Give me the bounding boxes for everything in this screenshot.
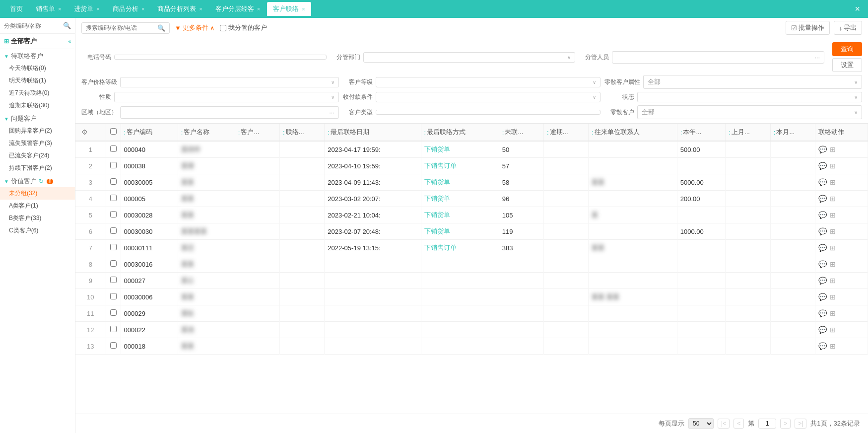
grid-action-icon[interactable]: ⊞ xyxy=(830,342,836,350)
row-action[interactable]: 💬 ⊞ xyxy=(815,305,868,322)
row-checkbox[interactable] xyxy=(110,145,117,152)
filter-search-box[interactable]: 🔍 xyxy=(81,22,170,34)
tab-product-analysis-list[interactable]: 商品分析列表 × xyxy=(151,2,208,16)
gender-input[interactable]: ∨ xyxy=(114,92,339,102)
row-checkbox[interactable] xyxy=(110,309,117,316)
row-action[interactable]: 💬 ⊞ xyxy=(815,273,868,289)
last-method-link[interactable]: 下销售订单 xyxy=(424,162,457,169)
last-method-link[interactable]: 下销货单 xyxy=(424,195,450,202)
row-checkbox[interactable] xyxy=(110,342,117,349)
row-checkbox-cell[interactable] xyxy=(106,240,121,256)
row-last-method[interactable] xyxy=(421,305,499,322)
customer-type-input[interactable] xyxy=(376,110,601,115)
row-last-method[interactable]: 下销售订单 xyxy=(421,158,499,174)
last-method-link[interactable]: 下销货单 xyxy=(424,178,450,186)
row-checkbox-cell[interactable] xyxy=(106,158,121,174)
all-customers-header[interactable]: ⊞ 全部客户 « xyxy=(0,34,75,49)
row-checkbox[interactable] xyxy=(110,178,117,185)
last-page-btn[interactable]: >| xyxy=(795,419,806,429)
row-action[interactable]: 💬 ⊞ xyxy=(815,141,868,158)
sidebar-item-tomorrow-pending[interactable]: 明天待联络(1) xyxy=(0,74,75,87)
row-last-method[interactable]: 下销货单 xyxy=(421,141,499,158)
row-checkbox[interactable] xyxy=(110,211,117,217)
row-checkbox-cell[interactable] xyxy=(106,207,121,223)
payment-input[interactable]: ∨ xyxy=(376,92,601,102)
sidebar-item-declining[interactable]: 持续下滑客户(2) xyxy=(0,162,75,174)
row-checkbox[interactable] xyxy=(110,162,117,168)
chat-icon[interactable]: 💬 xyxy=(818,342,827,350)
chat-icon[interactable]: 💬 xyxy=(818,162,827,170)
row-action[interactable]: 💬 ⊞ xyxy=(815,191,868,207)
row-checkbox-cell[interactable] xyxy=(106,338,121,355)
page-input[interactable] xyxy=(758,419,776,429)
next-page-btn[interactable]: > xyxy=(780,419,791,429)
row-last-method[interactable]: 下销货单 xyxy=(421,207,499,223)
chat-icon[interactable]: 💬 xyxy=(818,309,827,317)
close-product-list-tab[interactable]: × xyxy=(199,2,202,16)
row-last-method[interactable] xyxy=(421,322,499,338)
filter-search-icon[interactable]: 🔍 xyxy=(157,24,165,32)
row-checkbox-cell[interactable] xyxy=(106,305,121,322)
window-close-button[interactable]: × xyxy=(851,4,864,14)
last-method-link[interactable]: 下销售订单 xyxy=(424,244,457,251)
row-last-method[interactable]: 下销货单 xyxy=(421,191,499,207)
sidebar-item-ungrouped[interactable]: 未分组(32) xyxy=(0,187,75,200)
sidebar-item-type-a[interactable]: A类客户(1) xyxy=(0,200,75,212)
close-customer-contact-tab[interactable]: × xyxy=(302,2,305,16)
row-action[interactable]: 💬 ⊞ xyxy=(815,174,868,191)
home-tab[interactable]: 首页 xyxy=(4,2,29,16)
row-checkbox-cell[interactable] xyxy=(106,322,121,338)
sidebar-search-input[interactable] xyxy=(4,22,61,29)
row-checkbox[interactable] xyxy=(110,293,117,299)
sidebar-item-7days-pending[interactable]: 近7天待联络(0) xyxy=(0,87,75,99)
row-last-method[interactable]: 下销货单 xyxy=(421,174,499,191)
select-all-column[interactable] xyxy=(106,124,121,141)
row-checkbox-cell[interactable] xyxy=(106,223,121,240)
chat-icon[interactable]: 💬 xyxy=(818,293,827,301)
status-input[interactable]: ∨ xyxy=(637,92,862,102)
row-action[interactable]: 💬 ⊞ xyxy=(815,158,868,174)
row-action[interactable]: 💬 ⊞ xyxy=(815,207,868,223)
row-last-method[interactable] xyxy=(421,273,499,289)
area-input[interactable]: ··· xyxy=(120,106,339,119)
refresh-icon[interactable]: ↻ xyxy=(39,178,44,185)
first-page-btn[interactable]: |< xyxy=(718,419,730,429)
sidebar-item-type-b[interactable]: B类客户(33) xyxy=(0,212,75,224)
row-checkbox-cell[interactable] xyxy=(106,256,121,273)
sidebar-search-box[interactable]: 🔍 xyxy=(0,18,75,34)
sidebar-item-churn-warning[interactable]: 流失预警客户(3) xyxy=(0,137,75,149)
row-last-method[interactable] xyxy=(421,256,499,273)
close-customer-segment-tab[interactable]: × xyxy=(257,2,260,16)
customer-level-input[interactable]: ∨ xyxy=(376,77,601,87)
person-input[interactable]: ··· xyxy=(612,51,824,64)
row-checkbox-cell[interactable] xyxy=(106,141,121,158)
grid-action-icon[interactable]: ⊞ xyxy=(830,293,836,301)
row-action[interactable]: 💬 ⊞ xyxy=(815,322,868,338)
gear-button[interactable]: ⚙ xyxy=(78,127,91,137)
chat-icon[interactable]: 💬 xyxy=(818,277,827,285)
my-customers-check[interactable] xyxy=(220,25,226,31)
reset-button[interactable]: 设置 xyxy=(832,58,862,72)
grid-action-icon[interactable]: ⊞ xyxy=(830,145,836,153)
prev-page-btn[interactable]: < xyxy=(734,419,744,429)
grid-action-icon[interactable]: ⊞ xyxy=(830,326,836,334)
close-product-analysis-tab[interactable]: × xyxy=(141,2,144,16)
last-method-link[interactable]: 下销货单 xyxy=(424,211,450,218)
select-all-checkbox[interactable] xyxy=(110,128,117,135)
row-action[interactable]: 💬 ⊞ xyxy=(815,256,868,273)
sidebar-search-icon[interactable]: 🔍 xyxy=(63,22,71,29)
sidebar-item-type-c[interactable]: C类客户(6) xyxy=(0,224,75,237)
sidebar-item-today-pending[interactable]: 今天待联络(0) xyxy=(0,62,75,74)
close-sales-tab[interactable]: × xyxy=(58,2,61,16)
chat-icon[interactable]: 💬 xyxy=(818,227,827,235)
grid-action-icon[interactable]: ⊞ xyxy=(830,244,836,252)
price-level-input[interactable]: ∨ xyxy=(120,77,339,87)
grid-action-icon[interactable]: ⊞ xyxy=(830,277,836,285)
tab-customer-segment[interactable]: 客户分层经客 × xyxy=(209,2,266,16)
per-page-select[interactable]: 50 20 100 xyxy=(688,418,714,429)
chat-icon[interactable]: 💬 xyxy=(818,260,827,268)
row-last-method[interactable] xyxy=(421,338,499,355)
sidebar-item-overdue-pending[interactable]: 逾期未联络(30) xyxy=(0,99,75,112)
row-checkbox-cell[interactable] xyxy=(106,289,121,305)
row-checkbox[interactable] xyxy=(110,326,117,332)
